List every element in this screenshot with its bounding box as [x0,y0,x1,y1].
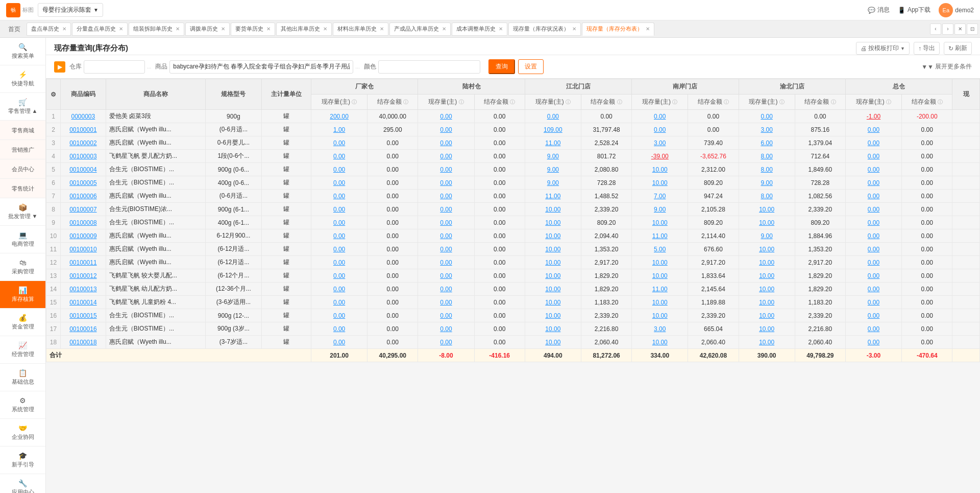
row-z-qty[interactable]: 0.00 [846,283,902,296]
row-l-qty[interactable]: 0.00 [418,190,474,203]
color-input[interactable] [378,60,480,74]
message-btn[interactable]: 💬 消息 [868,6,890,14]
row-z-qty[interactable]: 0.00 [846,150,902,163]
row-na-qty[interactable]: 0.00 [632,123,688,136]
info-icon[interactable]: ⓘ [459,99,464,105]
row-l-qty[interactable]: 0.00 [418,203,474,216]
sidebar-item-----[interactable]: ⚡快捷导航 [0,65,45,93]
row-z-qty[interactable]: 0.00 [846,322,902,336]
row-yb-qty[interactable]: 8.00 [739,190,795,203]
row-z-qty[interactable]: 0.00 [846,190,902,203]
row-jb-qty[interactable]: 10.00 [525,216,581,229]
tab-close-icon[interactable]: ✕ [572,26,576,32]
row-f-qty[interactable]: 0.00 [311,176,368,190]
row-f-qty[interactable]: 0.00 [311,216,368,229]
row-code[interactable]: 00100015 [61,309,106,322]
row-na-qty[interactable]: 5.00 [632,243,688,256]
info-icon[interactable]: ⓘ [886,99,891,105]
row-f-qty[interactable]: 200.00 [311,110,368,123]
row-f-qty[interactable]: 1.00 [311,123,368,136]
row-jb-qty[interactable]: 10.00 [525,322,581,336]
export-btn[interactable]: ↑ 导出 [914,42,940,55]
expand-more-btn[interactable]: ▼▼ 展开更多条件 [921,62,972,71]
row-f-qty[interactable]: 0.00 [311,136,368,150]
row-jb-qty[interactable]: 11.00 [525,136,581,150]
sidebar-item-----[interactable]: 零售统计 [0,179,45,198]
query-btn[interactable]: 查询 [488,59,515,74]
row-code[interactable]: 00100003 [61,150,106,163]
row-na-qty[interactable]: -39.00 [632,150,688,163]
row-l-qty[interactable]: 0.00 [418,150,474,163]
tab-item-0[interactable]: 盘点单历史✕ [27,22,71,36]
tab-item-10[interactable]: 现存量（库存分布表）✕ [582,22,654,36]
row-na-qty[interactable]: 11.00 [632,229,688,243]
row-code[interactable]: 00100008 [61,216,106,229]
row-jb-qty[interactable]: 9.00 [525,150,581,163]
row-f-qty[interactable]: 0.00 [311,336,368,349]
row-jb-qty[interactable]: 10.00 [525,336,581,349]
tab-close-icon[interactable]: ✕ [442,26,446,32]
tab-close-icon[interactable]: ✕ [119,26,123,32]
row-z-qty[interactable]: 0.00 [846,176,902,190]
row-jb-qty[interactable]: 11.00 [525,190,581,203]
row-z-qty[interactable]: 0.00 [846,123,902,136]
row-z-qty[interactable]: 0.00 [846,203,902,216]
tab-item-1[interactable]: 分量盘点单历史✕ [72,22,128,36]
info-icon[interactable]: ⓘ [779,99,785,105]
row-z-qty[interactable]: -1.00 [846,110,902,123]
row-jb-qty[interactable]: 10.00 [525,229,581,243]
row-l-qty[interactable]: 0.00 [418,269,474,283]
row-code[interactable]: 00100004 [61,163,106,176]
row-z-qty[interactable]: 0.00 [846,336,902,349]
row-na-qty[interactable]: 10.00 [632,309,688,322]
row-na-qty[interactable]: 0.00 [632,110,688,123]
row-l-qty[interactable]: 0.00 [418,136,474,150]
row-l-qty[interactable]: 0.00 [418,163,474,176]
tab-close-icon[interactable]: ✕ [62,26,66,32]
row-code[interactable]: 00100009 [61,229,106,243]
row-code[interactable]: 00100007 [61,203,106,216]
row-yb-qty[interactable]: 8.00 [739,163,795,176]
sidebar-item-----[interactable]: 💻电商管理 [0,226,45,253]
row-code[interactable]: 00100006 [61,190,106,203]
row-f-qty[interactable]: 0.00 [311,203,368,216]
row-f-qty[interactable]: 0.00 [311,296,368,309]
refresh-btn[interactable]: ↻ 刷新 [944,42,972,55]
row-yb-qty[interactable]: 8.00 [739,150,795,163]
tab-close-icon[interactable]: ✕ [176,26,180,32]
warehouse-input[interactable] [84,60,145,74]
info-icon[interactable]: ⓘ [724,99,729,105]
row-na-qty[interactable]: 9.00 [632,203,688,216]
tab-item-9[interactable]: 现存量（库存状况表）✕ [508,22,581,36]
tab-prev-btn[interactable]: ‹ [930,24,941,35]
row-z-qty[interactable]: 0.00 [846,256,902,269]
tab-close-icon[interactable]: ✕ [380,26,384,32]
row-jb-qty[interactable]: 10.00 [525,296,581,309]
tab-close-icon[interactable]: ✕ [221,26,225,32]
row-na-qty[interactable]: 10.00 [632,269,688,283]
row-l-qty[interactable]: 0.00 [418,176,474,190]
row-l-qty[interactable]: 0.00 [418,216,474,229]
row-yb-qty[interactable]: 10.00 [739,256,795,269]
info-icon[interactable]: ⓘ [672,99,677,105]
tab-expand-btn[interactable]: ⊡ [967,24,978,35]
tab-item-5[interactable]: 其他出库单历史✕ [276,22,332,36]
goods-dots[interactable]: ... [355,64,359,69]
row-na-qty[interactable]: 10.00 [632,256,688,269]
row-yb-qty[interactable]: 10.00 [739,269,795,283]
row-z-qty[interactable]: 0.00 [846,296,902,309]
tab-item-8[interactable]: 成本调整单历史✕ [452,22,507,36]
row-na-qty[interactable]: 10.00 [632,176,688,190]
row-yb-qty[interactable]: 10.00 [739,216,795,229]
row-yb-qty[interactable]: 10.00 [739,243,795,256]
row-z-qty[interactable]: 0.00 [846,216,902,229]
row-na-qty[interactable]: 10.00 [632,163,688,176]
row-yb-qty[interactable]: 10.00 [739,322,795,336]
row-l-qty[interactable]: 0.00 [418,123,474,136]
row-jb-qty[interactable]: 10.00 [525,203,581,216]
row-f-qty[interactable]: 0.00 [311,150,368,163]
tab-item-2[interactable]: 组装拆卸单历史✕ [129,22,184,36]
info-icon[interactable]: ⓘ [566,99,571,105]
row-code[interactable]: 00100012 [61,269,106,283]
tab-home[interactable]: 首页 [2,22,27,36]
